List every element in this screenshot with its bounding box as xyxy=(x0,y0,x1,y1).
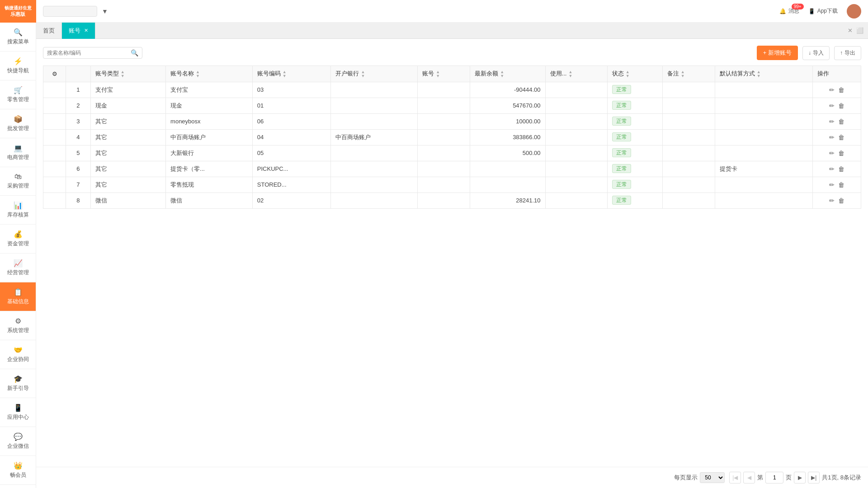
sidebar-item-wholesale[interactable]: 📦 批发管理 xyxy=(0,109,36,138)
sidebar-item-shortcuts[interactable]: ⚡ 快捷导航 xyxy=(0,52,36,80)
delete-icon-6[interactable]: 🗑 xyxy=(838,181,844,188)
cell-index-5: 6 xyxy=(66,161,91,177)
app-download-button[interactable]: 📱 App下载 xyxy=(808,7,838,15)
sidebar-item-enterprise[interactable]: 🤝 企业协同 xyxy=(0,340,36,369)
search-input[interactable] xyxy=(47,50,131,56)
edit-icon-6[interactable]: ✏ xyxy=(829,181,835,188)
cell-index-6: 7 xyxy=(66,177,91,192)
th-usage[interactable]: 使用...▲▼ xyxy=(545,66,607,82)
edit-icon-5[interactable]: ✏ xyxy=(829,165,835,173)
export-button[interactable]: ↑ 导出 xyxy=(834,46,861,60)
edit-icon-0[interactable]: ✏ xyxy=(829,86,835,94)
th-type[interactable]: 账号类型▲▼ xyxy=(90,66,165,82)
edit-icon-2[interactable]: ✏ xyxy=(829,118,835,125)
app-center-icon: 📱 xyxy=(2,404,33,412)
delete-icon-3[interactable]: 🗑 xyxy=(838,134,844,141)
edit-icon-1[interactable]: ✏ xyxy=(829,102,835,109)
wechat-icon: 💬 xyxy=(2,432,33,441)
page-input[interactable] xyxy=(765,472,783,483)
first-page-button[interactable]: |◀ xyxy=(729,472,741,483)
delete-icon-4[interactable]: 🗑 xyxy=(838,150,844,157)
cell-index-0: 1 xyxy=(66,82,91,98)
guide-icon: 🎓 xyxy=(2,375,33,383)
sidebar-item-purchase[interactable]: 🛍 采购管理 xyxy=(0,167,36,196)
cell-name-7: 微信 xyxy=(166,192,253,208)
messages-button[interactable]: 🔔 消息 99+ xyxy=(779,7,799,15)
delete-icon-1[interactable]: 🗑 xyxy=(838,102,844,109)
tab-account[interactable]: 账号 ✕ xyxy=(62,23,95,39)
cell-account-6 xyxy=(418,177,470,192)
last-page-button[interactable]: ▶| xyxy=(808,472,820,483)
th-status[interactable]: 状态▲▼ xyxy=(607,66,662,82)
sidebar-item-ecommerce[interactable]: 💻 电商管理 xyxy=(0,138,36,167)
export-label: 导出 xyxy=(844,49,855,57)
top-search-input[interactable] xyxy=(43,6,97,17)
th-account[interactable]: 账号▲▼ xyxy=(418,66,470,82)
th-actions: 操作 xyxy=(813,66,861,82)
cell-balance-2: 10000.00 xyxy=(470,113,545,129)
cell-type-5: 其它 xyxy=(90,161,165,177)
th-name[interactable]: 账号名称▲▼ xyxy=(166,66,253,82)
sidebar-item-inventory[interactable]: 📊 库存核算 xyxy=(0,196,36,225)
maximize-window-icon[interactable]: ⬜ xyxy=(856,27,863,34)
sidebar-item-search[interactable]: 🔍 搜索菜单 xyxy=(0,23,36,52)
cell-account-1 xyxy=(418,98,470,113)
cell-index-3: 4 xyxy=(66,129,91,145)
app-logo: 畅捷通好生意 乐惠版 xyxy=(0,0,36,23)
page-size-select[interactable]: 50 100 xyxy=(700,472,725,483)
tab-home-label: 首页 xyxy=(43,27,55,35)
next-page-button[interactable]: ▶ xyxy=(794,472,806,483)
sidebar-item-wechat[interactable]: 💬 企业微信 xyxy=(0,427,36,456)
cell-settings-5 xyxy=(43,161,66,177)
cell-account-3 xyxy=(418,129,470,145)
search-icon[interactable]: 🔍 xyxy=(131,49,138,56)
table-row: 6 其它 提货卡（零... PICKUPC... 正常 提货卡 ✏ 🗑 xyxy=(43,161,861,177)
table-row: 2 现金 现金 01 547670.00 正常 ✏ 🗑 xyxy=(43,98,861,113)
th-remark[interactable]: 备注▲▼ xyxy=(662,66,715,82)
cell-name-2: moneybosx xyxy=(166,113,253,129)
dropdown-button[interactable]: ▼ xyxy=(102,8,108,15)
add-account-button[interactable]: + 新增账号 xyxy=(757,46,798,60)
th-code[interactable]: 账号编码▲▼ xyxy=(252,66,331,82)
edit-icon-4[interactable]: ✏ xyxy=(829,150,835,157)
edit-icon-7[interactable]: ✏ xyxy=(829,197,835,204)
delete-icon-0[interactable]: 🗑 xyxy=(838,86,844,94)
delete-icon-2[interactable]: 🗑 xyxy=(838,118,844,125)
sidebar-item-retail[interactable]: 🛒 零售管理 xyxy=(0,80,36,109)
phone-icon: 📱 xyxy=(808,8,815,14)
sidebar-item-system[interactable]: ⚙ 系统管理 xyxy=(0,311,36,340)
avatar[interactable] xyxy=(847,4,861,19)
per-page-label: 每页显示 xyxy=(674,474,698,482)
cell-bank-7 xyxy=(331,192,418,208)
import-button[interactable]: ↓ 导入 xyxy=(802,46,830,60)
th-default-settlement[interactable]: 默认结算方式▲▼ xyxy=(715,66,813,82)
main-content: ▼ 🔔 消息 99+ 📱 App下载 首页 账号 ✕ ✕ ⬜ xyxy=(36,0,868,488)
sidebar-item-vip[interactable]: 👑 畅会员 xyxy=(0,456,36,485)
prev-page-button[interactable]: ◀ xyxy=(743,472,755,483)
cell-type-7: 微信 xyxy=(90,192,165,208)
sidebar-item-guide[interactable]: 🎓 新手引导 xyxy=(0,369,36,398)
delete-icon-7[interactable]: 🗑 xyxy=(838,197,844,204)
page-size-selector: 每页显示 50 100 xyxy=(674,472,725,483)
edit-icon-3[interactable]: ✏ xyxy=(829,134,835,141)
delete-icon-5[interactable]: 🗑 xyxy=(838,165,844,173)
sidebar-item-app-center[interactable]: 📱 应用中心 xyxy=(0,398,36,427)
cell-remark-7 xyxy=(662,192,715,208)
toolbar-row: 🔍 + 新增账号 ↓ 导入 ↑ 导出 xyxy=(43,46,861,60)
top-header: ▼ 🔔 消息 99+ 📱 App下载 xyxy=(36,0,868,23)
footer: 每页显示 50 100 |◀ ◀ 第 页 ▶ ▶| 共1页, 8条记录 xyxy=(36,467,868,488)
th-settings[interactable]: ⚙ xyxy=(43,66,66,82)
sidebar-item-basic-info[interactable]: 📋 基础信息 xyxy=(0,282,36,311)
th-balance[interactable]: 最新余额▲▼ xyxy=(470,66,545,82)
tab-close-icon[interactable]: ✕ xyxy=(84,28,88,33)
close-window-icon[interactable]: ✕ xyxy=(848,27,853,34)
cell-settings-7 xyxy=(43,192,66,208)
import-icon: ↓ xyxy=(808,50,811,56)
tab-home[interactable]: 首页 xyxy=(36,23,62,39)
sidebar-item-finance[interactable]: 💰 资金管理 xyxy=(0,225,36,253)
th-bank[interactable]: 开户银行▲▼ xyxy=(331,66,418,82)
cell-remark-6 xyxy=(662,177,715,192)
cell-usage-6 xyxy=(545,177,607,192)
sidebar-item-operation[interactable]: 📈 经营管理 xyxy=(0,253,36,282)
search-box[interactable]: 🔍 xyxy=(43,47,142,59)
